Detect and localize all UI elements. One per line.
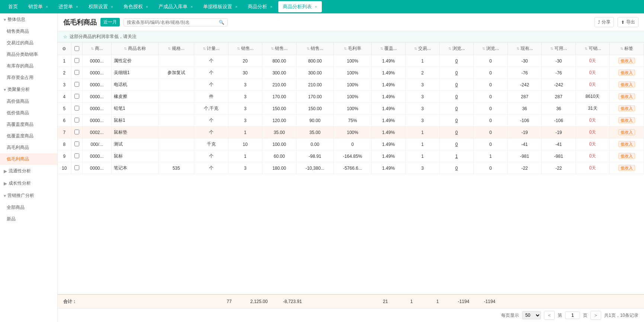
th-view2[interactable]: ⇅浏览... (474, 42, 508, 55)
th-view1[interactable]: ⇅浏览... (439, 42, 474, 55)
sidebar-item-sales-products[interactable]: 销售类商品 (0, 26, 57, 37)
cell-view1-10[interactable]: 0 (439, 162, 474, 174)
page-number-input[interactable] (565, 312, 580, 319)
row-checkbox-2[interactable] (74, 70, 79, 75)
sort-sales-qty-icon[interactable]: ⇅ (237, 47, 240, 51)
th-gross-rate[interactable]: ⇅毛利率 (334, 42, 372, 55)
th-code[interactable]: ⇅商... (82, 42, 111, 55)
nav-permission[interactable]: 权限设置 × (84, 1, 118, 12)
nav-product-analysis-list[interactable]: 商品分析列表 × (278, 1, 321, 12)
close-template-icon[interactable]: × (235, 4, 237, 9)
close-purchase-icon[interactable]: × (76, 4, 78, 9)
th-name[interactable]: ⇅商品名称 (111, 42, 158, 55)
view1-link-3[interactable]: 0 (455, 82, 458, 87)
cell-view1-4[interactable]: 0 (439, 91, 474, 103)
row-checkbox-8[interactable] (74, 141, 79, 146)
cell-checkbox-2[interactable] (71, 67, 82, 79)
th-unit[interactable]: ⇅计量... (194, 42, 228, 55)
nav-sales[interactable]: 销货单 × (24, 1, 52, 12)
th-sales-price[interactable]: ⇅销售... (262, 42, 297, 55)
view1-link-9[interactable]: 1 (455, 154, 458, 159)
th-sellable[interactable]: ⇅可销... (576, 42, 610, 55)
th-spec[interactable]: ⇅规格... (158, 42, 194, 55)
close-list-icon[interactable]: × (315, 4, 317, 9)
cell-checkbox-6[interactable] (71, 115, 82, 127)
export-button[interactable]: ⬆ 导出 (618, 17, 638, 27)
sidebar-item-all-products[interactable]: 全部商品 (0, 202, 57, 213)
search-input[interactable] (127, 20, 219, 25)
cell-view1-3[interactable]: 0 (439, 79, 474, 91)
th-current-stock[interactable]: ⇅现有... (507, 42, 542, 55)
close-permission-icon[interactable]: × (111, 4, 113, 9)
row-checkbox-10[interactable] (74, 165, 79, 170)
sort-sales-amount-icon[interactable]: ⇅ (307, 47, 310, 51)
close-analysis-icon[interactable]: × (270, 4, 272, 9)
sidebar-item-traded-products[interactable]: 交易过的商品 (0, 37, 57, 49)
cell-checkbox-5[interactable] (71, 103, 82, 115)
view1-link-8[interactable]: 0 (455, 142, 458, 147)
sidebar-item-high-value[interactable]: 高价值商品 (0, 96, 57, 107)
view1-link-10[interactable]: 0 (455, 166, 458, 171)
row-checkbox-3[interactable] (74, 82, 79, 87)
next-page-button[interactable]: ＞ (590, 311, 601, 320)
filter-recent-month-button[interactable]: 近一月 (100, 18, 120, 26)
th-settings[interactable]: ⚙ (58, 42, 71, 55)
cell-checkbox-3[interactable] (71, 79, 82, 91)
sort-sellable-icon[interactable]: ⇅ (584, 47, 587, 51)
th-available[interactable]: ⇅可用... (542, 42, 576, 55)
page-size-select[interactable]: 50 100 200 (522, 311, 541, 319)
sort-sales-price-icon[interactable]: ⇅ (271, 47, 274, 51)
th-coverage[interactable]: ⇅覆盖... (371, 42, 406, 55)
nav-product-analysis[interactable]: 商品分析 × (243, 1, 277, 12)
sort-trade-icon[interactable]: ⇅ (414, 47, 417, 51)
nav-role[interactable]: 角色授权 × (119, 1, 153, 12)
close-product-entry-icon[interactable]: × (190, 4, 193, 9)
sort-current-stock-icon[interactable]: ⇅ (516, 47, 519, 51)
sidebar-item-category-rate[interactable]: 商品分类助销率 (0, 49, 57, 60)
cell-view1-5[interactable]: 0 (439, 103, 474, 115)
sort-gross-rate-icon[interactable]: ⇅ (344, 47, 347, 51)
cell-view1-2[interactable]: 0 (439, 67, 474, 79)
sort-name-icon[interactable]: ⇅ (124, 47, 127, 51)
sidebar-item-low-margin[interactable]: 低毛利商品 (0, 153, 57, 165)
cell-view1-9[interactable]: 1 (439, 150, 474, 162)
view1-link-6[interactable]: 0 (455, 118, 458, 123)
cell-checkbox-1[interactable] (71, 55, 82, 67)
select-all-checkbox[interactable] (74, 46, 79, 51)
th-trade[interactable]: ⇅交易... (406, 42, 440, 55)
view1-link-1[interactable]: 0 (455, 58, 458, 64)
sidebar-group-cluster[interactable]: ▾ 类聚量分析 (0, 83, 57, 96)
sort-unit-icon[interactable]: ⇅ (203, 47, 206, 51)
nav-home[interactable]: 首页 (4, 1, 22, 12)
cell-view1-1[interactable]: 0 (439, 55, 474, 67)
cell-view1-8[interactable]: 0 (439, 138, 474, 150)
cell-checkbox-9[interactable] (71, 150, 82, 162)
sidebar-item-high-margin[interactable]: 高毛利商品 (0, 142, 57, 153)
th-checkbox[interactable] (71, 42, 82, 55)
sidebar-item-inventory-fund[interactable]: 库存资金占用 (0, 72, 57, 83)
close-role-icon[interactable]: × (146, 4, 148, 9)
sidebar-item-low-value[interactable]: 低价值商品 (0, 107, 57, 119)
view1-link-5[interactable]: 0 (455, 106, 458, 111)
view1-link-4[interactable]: 0 (455, 94, 458, 99)
row-checkbox-7[interactable] (74, 130, 79, 134)
sort-code-icon[interactable]: ⇅ (91, 47, 94, 51)
close-sales-icon[interactable]: × (46, 4, 48, 9)
sort-view2-icon[interactable]: ⇅ (482, 47, 485, 51)
sidebar-group-overall[interactable]: ▾ 整体信息 (0, 13, 57, 26)
view1-link-2[interactable]: 0 (455, 70, 458, 76)
row-checkbox-5[interactable] (74, 106, 79, 111)
sidebar-item-high-coverage[interactable]: 高覆盖度商品 (0, 119, 57, 130)
sidebar-group-growth[interactable]: ▶ 成长性分析 (0, 177, 57, 189)
sort-coverage-icon[interactable]: ⇅ (380, 47, 383, 51)
sort-view1-icon[interactable]: ⇅ (448, 47, 451, 51)
view1-link-7[interactable]: 0 (455, 130, 458, 135)
nav-purchase[interactable]: 进货单 × (54, 1, 83, 12)
sidebar-item-stocked-products[interactable]: 有库存的商品 (0, 60, 57, 72)
nav-template[interactable]: 单据模板设置 × (199, 1, 242, 12)
th-tag[interactable]: ⇅标签 (610, 42, 644, 55)
sort-spec-icon[interactable]: ⇅ (168, 47, 171, 51)
search-icon[interactable]: 🔍 (219, 20, 224, 25)
nav-product-entry[interactable]: 产成品入库单 × (154, 1, 197, 12)
th-sales-qty[interactable]: ⇅销售... (228, 42, 262, 55)
